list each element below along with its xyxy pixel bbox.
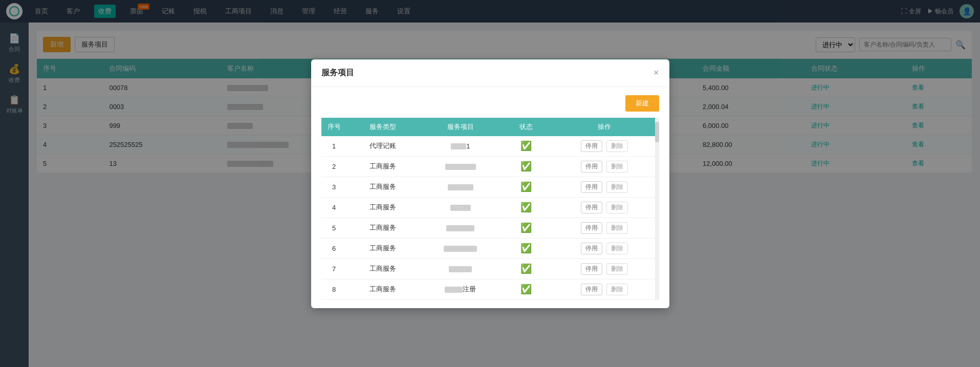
modal-row-type: 工商服务 <box>347 258 419 279</box>
scrollbar-thumb[interactable] <box>655 122 659 142</box>
modal-row-type: 工商服务 <box>347 156 419 177</box>
service-items-table: 序号 服务类型 服务项目 状态 操作 1 代理记账 1 ✅ <box>321 118 659 300</box>
modal-row-actions[interactable]: 停用 删除 <box>550 136 659 157</box>
modal-row-type: 工商服务 <box>347 238 419 258</box>
modal-row-seq: 6 <box>321 238 347 258</box>
modal-row-seq: 7 <box>321 258 347 279</box>
modal-table-row: 5 工商服务 ✅ 停用 删除 <box>321 218 659 238</box>
modal-row-seq: 4 <box>321 197 347 218</box>
stop-button[interactable]: 停用 <box>581 140 602 152</box>
stop-button[interactable]: 停用 <box>581 161 602 172</box>
modal-table-row: 4 工商服务 ✅ 停用 删除 <box>321 197 659 218</box>
modal-row-status: ✅ <box>503 177 550 197</box>
modal-row-item <box>419 258 503 279</box>
modal-row-type: 工商服务 <box>347 279 419 299</box>
stop-button[interactable]: 停用 <box>581 243 602 254</box>
modal-row-type: 代理记账 <box>347 136 419 157</box>
service-items-modal: 服务项目 × 新建 序号 服务类型 服务项目 状态 操作 <box>311 59 669 308</box>
modal-col-status: 状态 <box>503 118 550 136</box>
delete-button[interactable]: 删除 <box>606 263 628 275</box>
modal-table-row: 7 工商服务 ✅ 停用 删除 <box>321 258 659 279</box>
modal-row-item <box>419 177 503 197</box>
stop-button[interactable]: 停用 <box>581 263 602 275</box>
modal-row-actions[interactable]: 停用 删除 <box>550 156 659 177</box>
stop-button[interactable]: 停用 <box>581 181 602 193</box>
modal-overlay: 服务项目 × 新建 序号 服务类型 服务项目 状态 操作 <box>0 0 980 367</box>
stop-button[interactable]: 停用 <box>581 284 602 295</box>
modal-row-item <box>419 238 503 258</box>
modal-row-status: ✅ <box>503 279 550 299</box>
modal-row-item <box>419 218 503 238</box>
stop-button[interactable]: 停用 <box>581 202 602 213</box>
modal-row-seq: 5 <box>321 218 347 238</box>
delete-button[interactable]: 删除 <box>606 284 628 295</box>
delete-button[interactable]: 删除 <box>606 222 628 234</box>
scrollbar-track[interactable] <box>655 118 659 300</box>
modal-row-actions[interactable]: 停用 删除 <box>550 238 659 258</box>
modal-table-row: 1 代理记账 1 ✅ 停用 删除 <box>321 136 659 157</box>
create-service-button[interactable]: 新建 <box>625 95 659 112</box>
modal-row-status: ✅ <box>503 238 550 258</box>
modal-row-item <box>419 197 503 218</box>
modal-col-seq: 序号 <box>321 118 347 136</box>
modal-row-item: 注册 <box>419 279 503 299</box>
modal-row-status: ✅ <box>503 156 550 177</box>
modal-row-actions[interactable]: 停用 删除 <box>550 218 659 238</box>
modal-row-seq: 2 <box>321 156 347 177</box>
modal-row-type: 工商服务 <box>347 197 419 218</box>
delete-button[interactable]: 删除 <box>606 243 628 254</box>
modal-row-status: ✅ <box>503 136 550 157</box>
modal-title: 服务项目 <box>321 68 354 78</box>
modal-table-row: 6 工商服务 ✅ 停用 删除 <box>321 238 659 258</box>
modal-row-type: 工商服务 <box>347 177 419 197</box>
modal-col-item: 服务项目 <box>419 118 503 136</box>
modal-row-item: 1 <box>419 136 503 157</box>
delete-button[interactable]: 删除 <box>606 202 628 213</box>
modal-toolbar: 新建 <box>321 95 659 112</box>
modal-row-status: ✅ <box>503 197 550 218</box>
modal-table-row: 2 工商服务 ✅ 停用 删除 <box>321 156 659 177</box>
modal-row-actions[interactable]: 停用 删除 <box>550 197 659 218</box>
modal-row-actions[interactable]: 停用 删除 <box>550 177 659 197</box>
modal-table-row: 8 工商服务 注册 ✅ 停用 删除 <box>321 279 659 299</box>
modal-table-row: 3 工商服务 ✅ 停用 删除 <box>321 177 659 197</box>
modal-row-status: ✅ <box>503 258 550 279</box>
delete-button[interactable]: 删除 <box>606 181 628 193</box>
modal-col-action: 操作 <box>550 118 659 136</box>
modal-row-seq: 1 <box>321 136 347 157</box>
modal-row-status: ✅ <box>503 218 550 238</box>
modal-col-type: 服务类型 <box>347 118 419 136</box>
modal-row-type: 工商服务 <box>347 218 419 238</box>
stop-button[interactable]: 停用 <box>581 222 602 234</box>
modal-row-actions[interactable]: 停用 删除 <box>550 258 659 279</box>
modal-row-seq: 8 <box>321 279 347 299</box>
modal-row-item <box>419 156 503 177</box>
delete-button[interactable]: 删除 <box>606 161 628 172</box>
modal-close-button[interactable]: × <box>654 68 659 78</box>
delete-button[interactable]: 删除 <box>606 140 628 152</box>
modal-row-seq: 3 <box>321 177 347 197</box>
modal-row-actions[interactable]: 停用 删除 <box>550 279 659 299</box>
modal-header: 服务项目 × <box>311 59 669 87</box>
modal-body: 新建 序号 服务类型 服务项目 状态 操作 <box>311 87 669 308</box>
